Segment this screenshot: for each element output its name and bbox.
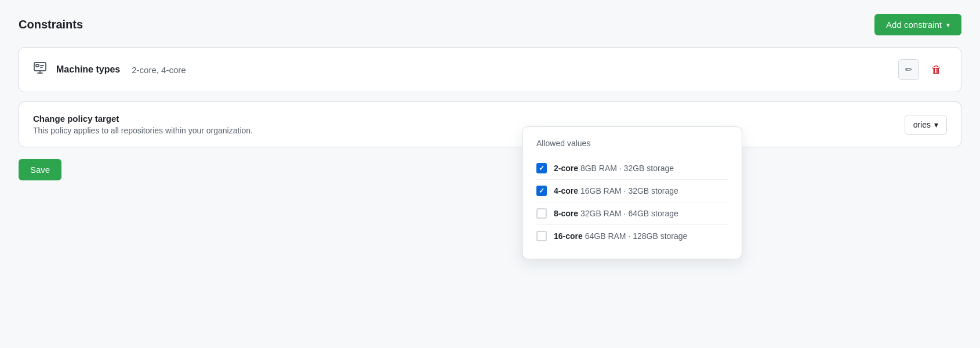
machine-types-card: Machine types 2-core, 4-core ✏ 🗑 xyxy=(19,47,961,92)
checkbox-8core[interactable] xyxy=(536,208,547,219)
constraint-values: 2-core, 4-core xyxy=(132,65,186,75)
add-constraint-label: Add constraint xyxy=(886,20,942,30)
option-8core: 8-core 32GB RAM · 64GB storage xyxy=(536,202,728,225)
checkbox-4core[interactable]: ✓ xyxy=(536,186,547,196)
allowed-values-dropdown: Allowed values ✓ 2-core 8GB RAM · 32GB s… xyxy=(522,126,742,259)
option-2core-details: 8GB RAM · 32GB storage xyxy=(580,164,674,173)
save-button[interactable]: Save xyxy=(19,159,61,180)
page-header: Constraints Add constraint ▾ xyxy=(19,14,961,35)
option-4core-text: 4-core 16GB RAM · 32GB storage xyxy=(554,186,678,195)
check-icon: ✓ xyxy=(539,164,545,172)
machine-type-icon xyxy=(33,61,47,78)
edit-constraint-button[interactable]: ✏ xyxy=(898,59,919,80)
dropdown-title: Allowed values xyxy=(536,139,728,148)
policy-target-text: Change policy target This policy applies… xyxy=(33,114,253,135)
checkbox-2core[interactable]: ✓ xyxy=(536,163,547,173)
policy-target-card: Change policy target This policy applies… xyxy=(19,102,961,147)
policy-target-description: This policy applies to all repositories … xyxy=(33,126,253,135)
option-8core-details: 32GB RAM · 64GB storage xyxy=(580,209,678,218)
option-16core-label: 16-core xyxy=(554,231,583,241)
repositories-button[interactable]: ories ▾ xyxy=(905,115,947,135)
check-icon-4core: ✓ xyxy=(539,187,545,195)
page-title: Constraints xyxy=(19,18,83,31)
repositories-label: ories xyxy=(913,120,931,129)
option-16core: 16-core 64GB RAM · 128GB storage xyxy=(536,225,728,247)
option-4core-details: 16GB RAM · 32GB storage xyxy=(580,186,678,195)
checkbox-16core[interactable] xyxy=(536,231,547,241)
add-constraint-button[interactable]: Add constraint ▾ xyxy=(874,14,961,35)
option-16core-details: 64GB RAM · 128GB storage xyxy=(585,231,688,241)
save-label: Save xyxy=(30,165,50,175)
option-2core-text: 2-core 8GB RAM · 32GB storage xyxy=(554,164,674,173)
option-2core: ✓ 2-core 8GB RAM · 32GB storage xyxy=(536,157,728,180)
chevron-down-icon: ▾ xyxy=(946,21,950,29)
option-8core-label: 8-core xyxy=(554,209,578,218)
option-2core-label: 2-core xyxy=(554,164,578,173)
option-4core: ✓ 4-core 16GB RAM · 32GB storage xyxy=(536,180,728,202)
trash-icon: 🗑 xyxy=(931,64,942,76)
page-container: Constraints Add constraint ▾ Machine typ… xyxy=(0,0,980,348)
option-8core-text: 8-core 32GB RAM · 64GB storage xyxy=(554,209,678,218)
svg-rect-3 xyxy=(36,64,39,67)
option-16core-text: 16-core 64GB RAM · 128GB storage xyxy=(554,231,687,241)
pencil-icon: ✏ xyxy=(905,64,913,75)
constraint-name: Machine types xyxy=(56,64,120,75)
dropdown-arrow-icon: ▾ xyxy=(934,120,938,129)
policy-target-title: Change policy target xyxy=(33,114,253,124)
option-4core-label: 4-core xyxy=(554,186,578,195)
constraint-actions: ✏ 🗑 xyxy=(898,59,947,80)
delete-constraint-button[interactable]: 🗑 xyxy=(926,59,947,80)
